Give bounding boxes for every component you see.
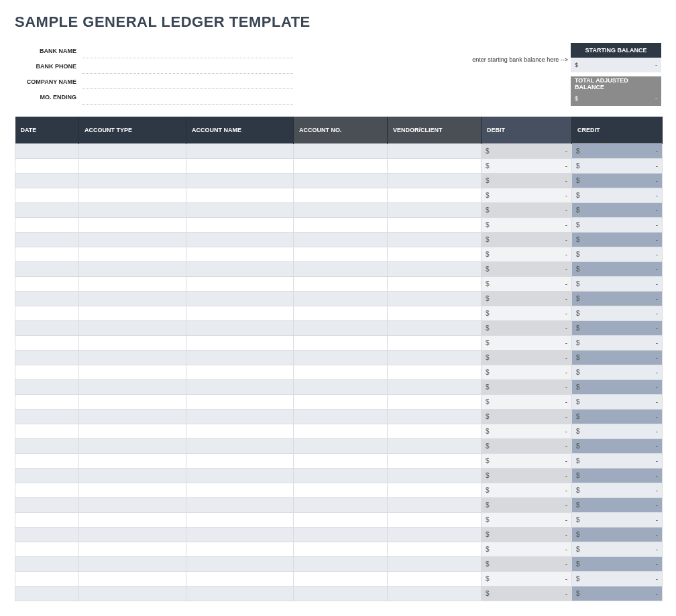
cell-credit[interactable]: $- <box>572 335 663 350</box>
cell-account-type[interactable] <box>79 542 186 556</box>
cell-credit[interactable]: $- <box>572 247 663 261</box>
cell-account-no[interactable] <box>294 350 388 365</box>
cell-account-no[interactable] <box>294 365 388 379</box>
cell-account-type[interactable] <box>79 158 186 173</box>
cell-debit[interactable]: $- <box>482 335 572 350</box>
cell-account-type[interactable] <box>79 143 186 158</box>
cell-debit[interactable]: $- <box>482 173 572 188</box>
cell-credit[interactable]: $- <box>572 143 663 158</box>
cell-credit[interactable]: $- <box>572 512 663 527</box>
cell-debit[interactable]: $- <box>482 542 572 556</box>
cell-account-no[interactable] <box>294 527 388 542</box>
cell-account-name[interactable] <box>186 365 294 379</box>
cell-date[interactable] <box>15 468 79 483</box>
cell-account-name[interactable] <box>186 497 294 512</box>
cell-credit[interactable]: $- <box>572 394 663 409</box>
cell-date[interactable] <box>15 586 79 601</box>
cell-account-type[interactable] <box>79 261 186 276</box>
input-bank-phone[interactable] <box>82 58 293 74</box>
cell-account-name[interactable] <box>186 188 294 202</box>
cell-account-name[interactable] <box>186 556 294 571</box>
cell-vendor[interactable] <box>388 350 482 365</box>
cell-credit[interactable]: $- <box>572 158 663 173</box>
cell-debit[interactable]: $- <box>482 306 572 320</box>
cell-account-type[interactable] <box>79 468 186 483</box>
cell-date[interactable] <box>15 512 79 527</box>
cell-account-type[interactable] <box>79 497 186 512</box>
cell-debit[interactable]: $- <box>482 453 572 468</box>
cell-credit[interactable]: $- <box>572 350 663 365</box>
cell-vendor[interactable] <box>388 247 482 261</box>
cell-debit[interactable]: $- <box>482 188 572 202</box>
cell-date[interactable] <box>15 247 79 261</box>
cell-credit[interactable]: $- <box>572 173 663 188</box>
cell-credit[interactable]: $- <box>572 468 663 483</box>
cell-account-type[interactable] <box>79 276 186 291</box>
cell-vendor[interactable] <box>388 586 482 601</box>
cell-account-type[interactable] <box>79 350 186 365</box>
cell-debit[interactable]: $- <box>482 276 572 291</box>
cell-debit[interactable]: $- <box>482 424 572 438</box>
cell-account-type[interactable] <box>79 438 186 453</box>
cell-account-name[interactable] <box>186 379 294 394</box>
cell-debit[interactable]: $- <box>482 202 572 217</box>
cell-account-no[interactable] <box>294 497 388 512</box>
cell-account-type[interactable] <box>79 556 186 571</box>
cell-account-no[interactable] <box>294 143 388 158</box>
cell-account-no[interactable] <box>294 468 388 483</box>
cell-vendor[interactable] <box>388 571 482 586</box>
cell-date[interactable] <box>15 571 79 586</box>
cell-account-name[interactable] <box>186 306 294 320</box>
cell-debit[interactable]: $- <box>482 586 572 601</box>
cell-date[interactable] <box>15 291 79 306</box>
cell-account-type[interactable] <box>79 232 186 247</box>
cell-vendor[interactable] <box>388 438 482 453</box>
cell-account-name[interactable] <box>186 438 294 453</box>
cell-vendor[interactable] <box>388 158 482 173</box>
cell-account-name[interactable] <box>186 202 294 217</box>
cell-account-type[interactable] <box>79 202 186 217</box>
cell-debit[interactable]: $- <box>482 232 572 247</box>
cell-vendor[interactable] <box>388 365 482 379</box>
cell-vendor[interactable] <box>388 306 482 320</box>
cell-debit[interactable]: $- <box>482 379 572 394</box>
cell-credit[interactable]: $- <box>572 217 663 232</box>
cell-credit[interactable]: $- <box>572 306 663 320</box>
cell-credit[interactable]: $- <box>572 424 663 438</box>
cell-account-type[interactable] <box>79 291 186 306</box>
cell-credit[interactable]: $- <box>572 483 663 497</box>
cell-date[interactable] <box>15 217 79 232</box>
cell-vendor[interactable] <box>388 483 482 497</box>
cell-debit[interactable]: $- <box>482 527 572 542</box>
cell-account-type[interactable] <box>79 571 186 586</box>
cell-vendor[interactable] <box>388 497 482 512</box>
input-mo-ending[interactable] <box>82 89 293 105</box>
cell-account-no[interactable] <box>294 291 388 306</box>
cell-date[interactable] <box>15 143 79 158</box>
cell-account-no[interactable] <box>294 453 388 468</box>
cell-debit[interactable]: $- <box>482 512 572 527</box>
cell-vendor[interactable] <box>388 276 482 291</box>
cell-account-no[interactable] <box>294 276 388 291</box>
cell-vendor[interactable] <box>388 202 482 217</box>
cell-debit[interactable]: $- <box>482 291 572 306</box>
cell-account-type[interactable] <box>79 512 186 527</box>
cell-account-name[interactable] <box>186 409 294 424</box>
cell-date[interactable] <box>15 350 79 365</box>
cell-credit[interactable]: $- <box>572 188 663 202</box>
cell-debit[interactable]: $- <box>482 497 572 512</box>
cell-account-name[interactable] <box>186 276 294 291</box>
cell-vendor[interactable] <box>388 468 482 483</box>
cell-vendor[interactable] <box>388 453 482 468</box>
cell-account-no[interactable] <box>294 556 388 571</box>
cell-account-type[interactable] <box>79 365 186 379</box>
cell-debit[interactable]: $- <box>482 483 572 497</box>
cell-credit[interactable]: $- <box>572 291 663 306</box>
cell-debit[interactable]: $- <box>482 217 572 232</box>
cell-account-no[interactable] <box>294 202 388 217</box>
cell-date[interactable] <box>15 320 79 335</box>
cell-vendor[interactable] <box>388 424 482 438</box>
cell-account-name[interactable] <box>186 350 294 365</box>
cell-debit[interactable]: $- <box>482 556 572 571</box>
cell-credit[interactable]: $- <box>572 320 663 335</box>
